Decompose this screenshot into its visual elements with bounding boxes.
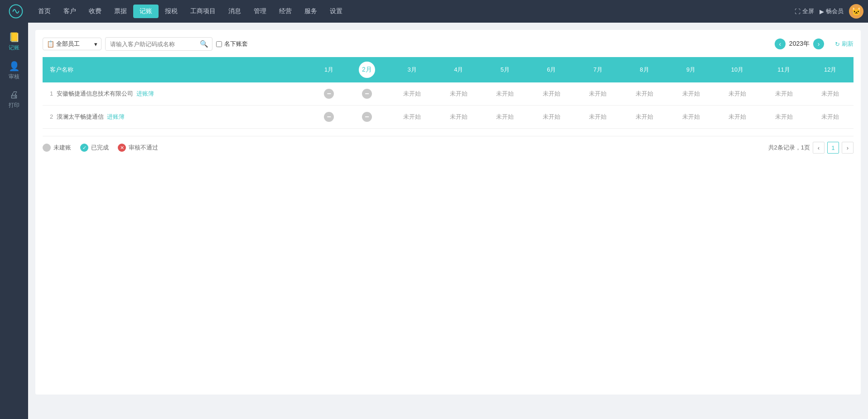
page-footer: 未建账✓已完成✕审核不通过 共2条记录，1页 ‹ 1 › xyxy=(43,136,854,154)
search-input[interactable] xyxy=(106,39,196,50)
table-row: 2漠澜太平畅捷通信 进账簿−−未开始未开始未开始未开始未开始未开始未开始未开始未… xyxy=(43,106,854,129)
table-cell-month-7: 未开始 xyxy=(575,106,622,129)
member-label: 畅会员 xyxy=(826,7,844,15)
nav-item-manage[interactable]: 管理 xyxy=(247,5,273,18)
next-year-button[interactable]: › xyxy=(813,39,824,49)
nav-item-customer[interactable]: 客户 xyxy=(57,5,82,18)
table-cell-month-8: 未开始 xyxy=(621,106,668,129)
my-accounts-checkbox-input[interactable] xyxy=(216,41,222,47)
dropdown-arrow-icon: ▾ xyxy=(94,41,97,48)
col-header-month-1: 1月 xyxy=(313,57,345,82)
nav-item-service[interactable]: 服务 xyxy=(298,5,323,18)
play-icon: ▶ xyxy=(820,8,824,15)
table-cell-month-8: 未开始 xyxy=(621,82,668,106)
not-started-label: 未开始 xyxy=(728,90,746,97)
nav-item-message[interactable]: 消息 xyxy=(222,5,247,18)
not-started-label: 未开始 xyxy=(450,90,468,97)
fullscreen-button[interactable]: ⛶ 全屏 xyxy=(795,7,814,15)
nav-item-billing[interactable]: 收费 xyxy=(82,5,108,18)
nav-item-accounting[interactable]: 记账 xyxy=(133,5,159,18)
col-header-month-12: 12月 xyxy=(807,57,854,82)
sidebar-item-accounting[interactable]: 📒记账 xyxy=(0,27,28,56)
table-cell-month-4: 未开始 xyxy=(435,106,482,129)
sidebar-item-audit[interactable]: 👤审核 xyxy=(0,56,28,85)
not-started-label: 未开始 xyxy=(589,113,607,120)
nav-item-operation[interactable]: 经营 xyxy=(273,5,298,18)
table-cell-month-5: 未开始 xyxy=(482,106,529,129)
my-accounts-checkbox[interactable]: 名下账套 xyxy=(216,40,248,48)
legend-dot-gray xyxy=(43,144,51,152)
col-header-month-6: 6月 xyxy=(528,57,575,82)
not-started-label: 未开始 xyxy=(450,113,468,120)
prev-year-button[interactable]: ‹ xyxy=(775,39,786,49)
table-cell-month-5: 未开始 xyxy=(482,82,529,106)
nav-item-home[interactable]: 首页 xyxy=(32,5,57,18)
col-header-customer: 客户名称 xyxy=(43,57,313,82)
status-dash-icon: − xyxy=(324,112,334,122)
not-started-label: 未开始 xyxy=(403,113,421,120)
not-started-label: 未开始 xyxy=(496,90,514,97)
col-header-month-11: 11月 xyxy=(761,57,807,82)
enter-ledger-link[interactable]: 进账簿 xyxy=(136,90,154,97)
logo[interactable] xyxy=(5,4,27,19)
table-cell-month-1: − xyxy=(313,106,345,129)
pagination: 共2条记录，1页 ‹ 1 › xyxy=(768,142,854,154)
nav-item-business[interactable]: 工商项目 xyxy=(184,5,222,18)
fullscreen-icon: ⛶ xyxy=(795,8,800,15)
table-container: 客户名称1月2月3月4月5月6月7月8月9月10月11月12月1安徽畅捷通信息技… xyxy=(43,57,854,129)
refresh-button[interactable]: ↻ 刷新 xyxy=(835,40,854,48)
not-started-label: 未开始 xyxy=(636,90,653,97)
col-header-month-8: 8月 xyxy=(621,57,668,82)
col-header-month-3: 3月 xyxy=(389,57,435,82)
not-started-label: 未开始 xyxy=(543,90,560,97)
logo-icon xyxy=(9,4,23,19)
account-table: 客户名称1月2月3月4月5月6月7月8月9月10月11月12月1安徽畅捷通信息技… xyxy=(43,57,854,129)
content-area: 📋 全部员工 ▾ 🔍 名下账套 ‹ 2023年 › xyxy=(28,23,868,419)
search-button[interactable]: 🔍 xyxy=(196,38,212,50)
sidebar-icon-accounting: 📒 xyxy=(9,32,20,43)
company-name: 漠澜太平畅捷通信 xyxy=(57,113,104,120)
not-started-label: 未开始 xyxy=(728,113,746,120)
table-cell-month-11: 未开始 xyxy=(761,82,807,106)
sidebar-label-accounting: 记账 xyxy=(9,44,19,52)
not-started-label: 未开始 xyxy=(543,113,560,120)
fullscreen-label: 全屏 xyxy=(802,7,814,15)
enter-ledger-link[interactable]: 进账簿 xyxy=(107,113,125,120)
nav-item-invoice[interactable]: 票据 xyxy=(108,5,133,18)
row-number: 1 xyxy=(50,90,53,97)
next-page-button[interactable]: › xyxy=(842,142,854,154)
not-started-label: 未开始 xyxy=(775,90,793,97)
row-number: 2 xyxy=(50,113,53,120)
page-1-button[interactable]: 1 xyxy=(827,142,839,154)
refresh-icon: ↻ xyxy=(835,41,840,48)
search-box: 🔍 xyxy=(105,37,212,51)
not-started-label: 未开始 xyxy=(636,113,653,120)
not-started-label: 未开始 xyxy=(589,90,607,97)
member-button[interactable]: ▶ 畅会员 xyxy=(820,7,844,15)
nav-menu: 首页客户收费票据记账报税工商项目消息管理经营服务设置 xyxy=(32,5,795,18)
table-cell-month-9: 未开始 xyxy=(668,82,714,106)
col-header-month-7: 7月 xyxy=(575,57,622,82)
table-cell-month-2: − xyxy=(345,106,389,129)
top-navigation: 首页客户收费票据记账报税工商项目消息管理经营服务设置 ⛶ 全屏 ▶ 畅会员 🐱 xyxy=(0,0,868,23)
prev-page-button[interactable]: ‹ xyxy=(813,142,825,154)
sidebar-label-audit: 审核 xyxy=(9,73,19,81)
pagination-info: 共2条记录，1页 xyxy=(768,144,810,152)
col-header-month-5: 5月 xyxy=(482,57,529,82)
legend-item-teal: ✓已完成 xyxy=(80,144,109,152)
legend-label: 未建账 xyxy=(53,144,71,152)
sidebar-item-print[interactable]: 🖨打印 xyxy=(0,85,28,114)
toolbar: 📋 全部员工 ▾ 🔍 名下账套 ‹ 2023年 › xyxy=(43,37,854,51)
year-navigation: ‹ 2023年 › xyxy=(775,39,824,49)
company-name: 安徽畅捷通信息技术有限公司 xyxy=(57,90,133,97)
main-layout: 📒记账👤审核🖨打印 📋 全部员工 ▾ 🔍 名下账套 xyxy=(0,23,868,419)
employee-select[interactable]: 📋 全部员工 ▾ xyxy=(43,38,101,50)
nav-item-settings[interactable]: 设置 xyxy=(323,5,349,18)
nav-item-tax[interactable]: 报税 xyxy=(159,5,184,18)
my-accounts-label: 名下账套 xyxy=(224,40,248,48)
avatar[interactable]: 🐱 xyxy=(849,4,863,19)
sidebar-label-print: 打印 xyxy=(9,101,19,109)
legend: 未建账✓已完成✕审核不通过 xyxy=(43,144,158,152)
col-header-month-2: 2月 xyxy=(345,57,389,82)
legend-label: 审核不通过 xyxy=(129,144,158,152)
